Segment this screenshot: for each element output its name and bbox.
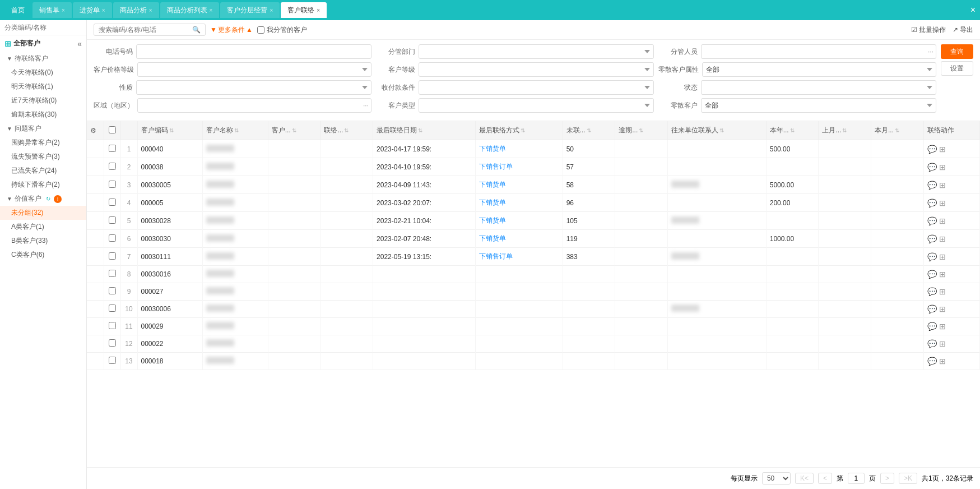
dept-filter-select[interactable] — [419, 44, 654, 59]
lastmonth-sort-icon[interactable]: ⇅ — [842, 127, 847, 133]
code-sort-icon[interactable]: ⇅ — [169, 127, 174, 133]
message-action-icon[interactable]: 💬 — [927, 234, 937, 243]
message-action-icon[interactable]: 💬 — [927, 287, 937, 296]
row-checkbox[interactable] — [109, 216, 116, 224]
more-action-icon[interactable]: ⊞ — [939, 145, 946, 154]
refresh-icon[interactable]: ↻ — [46, 196, 50, 202]
thismonth-sort-icon[interactable]: ⇅ — [895, 127, 899, 133]
message-action-icon[interactable]: 💬 — [927, 270, 937, 279]
close-analysis-tab-icon[interactable]: × — [149, 7, 152, 13]
message-action-icon[interactable]: 💬 — [927, 305, 937, 313]
last-contact-way-cell[interactable] — [475, 301, 563, 318]
row-checkbox[interactable] — [109, 270, 116, 277]
row-checkbox-cell[interactable] — [104, 266, 120, 283]
contact-column-header[interactable]: 联络... ⇅ — [321, 121, 373, 140]
prev-page-button[interactable]: < — [818, 473, 832, 484]
customer-level-select[interactable] — [419, 62, 654, 77]
nav-tab-sales[interactable]: 销售单 × — [32, 2, 72, 18]
row-checkbox[interactable] — [109, 163, 116, 170]
message-action-icon[interactable]: 💬 — [927, 252, 937, 261]
phone-filter-input[interactable] — [136, 44, 371, 59]
window-close-icon[interactable]: × — [970, 5, 976, 15]
contact-way-link[interactable]: 下销售订单 — [479, 163, 513, 170]
contact-way-link[interactable]: 下销货单 — [479, 145, 506, 153]
close-customer-contact-tab-icon[interactable]: × — [317, 7, 320, 13]
reset-button[interactable]: 设置 — [941, 61, 973, 76]
pending-contact-group[interactable]: ▼ 待联络客户 — [0, 52, 86, 66]
my-customer-filter[interactable]: 我分管的客户 — [257, 25, 307, 35]
checkbox-column-header[interactable] — [104, 121, 120, 140]
sidebar-search-input[interactable] — [4, 24, 87, 31]
row-checkbox[interactable] — [109, 305, 116, 312]
nav-tab-analysis[interactable]: 商品分析 × — [113, 2, 159, 18]
more-action-icon[interactable]: ⊞ — [939, 252, 946, 261]
value-customer-group[interactable]: ▼ 价值客户 ↻ ! — [0, 192, 86, 206]
region-filter-input[interactable]: ··· — [137, 98, 371, 113]
status-filter-select[interactable] — [701, 80, 936, 95]
row-checkbox[interactable] — [109, 287, 116, 294]
payment-select[interactable] — [419, 80, 654, 95]
query-button[interactable]: 查询 — [941, 44, 973, 59]
message-action-icon[interactable]: 💬 — [927, 216, 937, 225]
last-contact-way-column-header[interactable]: 最后联络方式 ⇅ — [475, 121, 563, 140]
row-checkbox[interactable] — [109, 322, 116, 329]
sidebar-item-churned[interactable]: 已流失客户(24) — [0, 164, 86, 178]
person-input-field[interactable] — [702, 48, 926, 56]
sidebar-item-class-a[interactable]: A类客户(1) — [0, 220, 86, 234]
my-customer-checkbox[interactable] — [257, 26, 264, 34]
row-checkbox-cell[interactable] — [104, 248, 120, 266]
last-contact-way-cell[interactable] — [475, 283, 563, 301]
page-number-input[interactable] — [848, 473, 865, 484]
sidebar-item-7days-pending[interactable]: 近7天待联络(0) — [0, 94, 86, 108]
next-page-button[interactable]: > — [880, 473, 894, 484]
message-action-icon[interactable]: 💬 — [927, 163, 937, 172]
message-action-icon[interactable]: 💬 — [927, 181, 937, 190]
row-checkbox-cell[interactable] — [104, 140, 120, 158]
type-sort-icon[interactable]: ⇅ — [292, 127, 296, 133]
nav-tab-purchase[interactable]: 进货单 × — [73, 2, 112, 18]
nocontact-sort-icon[interactable]: ⇅ — [587, 127, 591, 133]
all-customers-section[interactable]: ⊞ 全部客户 « — [0, 35, 86, 52]
message-action-icon[interactable]: 💬 — [927, 199, 937, 207]
batch-operation-button[interactable]: ☑ 批量操作 — [911, 25, 946, 35]
row-checkbox-cell[interactable] — [104, 176, 120, 194]
last-contact-way-cell[interactable] — [475, 318, 563, 335]
no-contact-column-header[interactable]: 未联... ⇅ — [563, 121, 615, 140]
row-checkbox[interactable] — [109, 357, 116, 364]
contact-way-link[interactable]: 下销售订单 — [479, 252, 513, 260]
code-column-header[interactable]: 客户编码 ⇅ — [137, 121, 203, 140]
nav-tab-analysis-list[interactable]: 商品分析列表 × — [160, 2, 220, 18]
row-checkbox[interactable] — [109, 199, 116, 206]
row-checkbox-cell[interactable] — [104, 283, 120, 301]
last-contact-way-cell[interactable]: 下销货单 — [475, 194, 563, 212]
last-contact-way-cell[interactable]: 下销货单 — [475, 176, 563, 194]
last-contact-way-cell[interactable]: 下销售订单 — [475, 248, 563, 266]
sidebar-item-overdue-pending[interactable]: 逾期未联络(30) — [0, 108, 86, 122]
name-sort-icon[interactable]: ⇅ — [234, 127, 239, 133]
person-sort-icon[interactable]: ⇅ — [719, 127, 724, 133]
more-conditions-button[interactable]: ▼ 更多条件 ▲ — [210, 25, 253, 35]
close-sales-tab-icon[interactable]: × — [62, 7, 65, 13]
more-action-icon[interactable]: ⊞ — [939, 287, 946, 296]
more-action-icon[interactable]: ⊞ — [939, 322, 946, 331]
this-year-column-header[interactable]: 本年... ⇅ — [766, 121, 819, 140]
more-action-icon[interactable]: ⊞ — [939, 339, 946, 348]
last-contact-way-cell[interactable]: 下销售订单 — [475, 158, 563, 176]
message-action-icon[interactable]: 💬 — [927, 322, 937, 331]
contact-way-link[interactable]: 下销货单 — [479, 216, 506, 224]
message-action-icon[interactable]: 💬 — [927, 145, 937, 154]
customer-type-select[interactable] — [419, 98, 654, 113]
row-checkbox-cell[interactable] — [104, 301, 120, 318]
row-checkbox-cell[interactable] — [104, 318, 120, 335]
sidebar-item-hoarding-abnormal[interactable]: 囤购异常客户(2) — [0, 136, 86, 150]
select-all-checkbox[interactable] — [109, 126, 116, 133]
row-checkbox[interactable] — [109, 252, 116, 260]
nav-tab-home[interactable]: 首页 — [4, 2, 31, 18]
region-dots[interactable]: ··· — [361, 102, 371, 109]
nav-tab-customer-segment[interactable]: 客户分层经营 × — [220, 2, 280, 18]
overdue-column-header[interactable]: 逾期... ⇅ — [615, 121, 668, 140]
close-analysis-list-tab-icon[interactable]: × — [210, 7, 213, 13]
thisyear-sort-icon[interactable]: ⇅ — [790, 127, 795, 133]
row-checkbox-cell[interactable] — [104, 194, 120, 212]
more-action-icon[interactable]: ⊞ — [939, 270, 946, 279]
